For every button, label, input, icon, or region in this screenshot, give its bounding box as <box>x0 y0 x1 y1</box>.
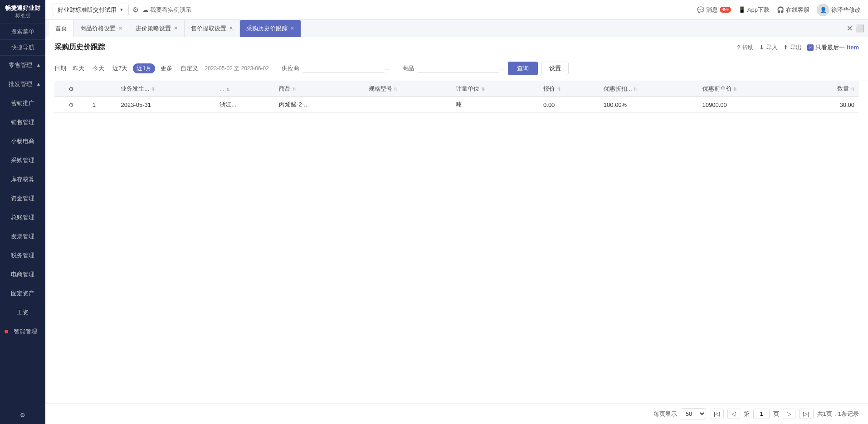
sidebar-item-sales[interactable]: 销售管理 <box>0 113 45 132</box>
tab-purchase-label: 采购历史价跟踪 <box>246 24 288 33</box>
sidebar-item-ecommerce-small[interactable]: 小畅电商 <box>0 132 45 151</box>
date-opt-today[interactable]: 今天 <box>90 63 107 73</box>
tab-price-label: 商品价格设置 <box>80 24 116 33</box>
page-number-input[interactable] <box>753 409 770 419</box>
export-button[interactable]: ⬆ 导出 <box>783 43 802 52</box>
col-unit[interactable]: 计量单位 ⇅ <box>451 81 539 97</box>
sidebar: 畅捷通好业财 标准版 搜索菜单 快捷导航 零售管理 ▲ 批发管理 ▲ 营销推广 … <box>0 0 45 424</box>
row-price: 0.00 <box>539 97 599 113</box>
date-filter-label: 日期 <box>54 64 66 72</box>
sidebar-quicknav[interactable]: 快捷导航 <box>0 40 45 56</box>
import-button[interactable]: ⬇ 导入 <box>759 43 778 52</box>
row-gear-icon[interactable]: ⚙ <box>68 101 74 108</box>
last-only-checkbox[interactable]: ✓ <box>807 44 814 51</box>
filter-settings-button[interactable]: 设置 <box>541 62 569 75</box>
page-label: 第 <box>744 410 750 418</box>
content-area: 采购历史价跟踪 ? 帮助 ⬇ 导入 ⬆ 导出 ✓ 只看最后一 item <box>45 37 868 424</box>
supplier-more-button[interactable]: ··· <box>385 65 390 72</box>
tab-price[interactable]: 商品价格设置 ✕ <box>74 20 129 37</box>
sidebar-item-retail[interactable]: 零售管理 ▲ <box>0 56 45 75</box>
date-opt-7days[interactable]: 近7天 <box>110 63 130 73</box>
version-label: 好业财标准版交付试用 <box>58 6 117 14</box>
data-table: ⚙ 业务发生... ⇅ ... ⇅ 商品 ⇅ <box>54 81 859 113</box>
demo-link[interactable]: ☁ 我要看实例演示 <box>142 6 191 14</box>
tab-expand-icon[interactable]: ⬜ <box>855 24 864 33</box>
query-button[interactable]: 查询 <box>508 62 538 75</box>
product-filter-label: 商品 <box>402 64 414 72</box>
sidebar-item-tax[interactable]: 税务管理 <box>0 246 45 265</box>
tab-purchase-history[interactable]: 采购历史价跟踪 ✕ <box>240 20 301 37</box>
header-left: 好业财标准版交付试用 ▼ ⚙ ☁ 我要看实例演示 <box>53 4 191 16</box>
filter-area: 日期 昨天 今天 近7天 近1月 更多 自定义 2023-05-02 至 202… <box>45 56 868 81</box>
col-unit-price[interactable]: 优惠前单价 ⇅ <box>698 81 799 97</box>
sidebar-item-payroll[interactable]: 工资 <box>0 303 45 322</box>
sidebar-settings-button[interactable]: ⚙ <box>0 406 45 424</box>
date-opt-yesterday[interactable]: 昨天 <box>70 63 87 73</box>
page-next-button[interactable]: ▷ <box>783 409 795 419</box>
import-label: 导入 <box>766 43 778 52</box>
product-more-button[interactable]: ··· <box>499 65 504 72</box>
tab-home[interactable]: 首页 <box>49 20 74 37</box>
filter-row: 日期 昨天 今天 近7天 近1月 更多 自定义 2023-05-02 至 202… <box>54 62 859 75</box>
sort-spec-icon: ⇅ <box>394 87 397 92</box>
date-opt-1month[interactable]: 近1月 <box>133 63 155 73</box>
row-index: 1 <box>88 97 117 113</box>
header-settings-icon[interactable]: ⚙ <box>132 5 139 14</box>
tab-import-close[interactable]: ✕ <box>174 25 178 31</box>
date-opt-more[interactable]: 更多 <box>158 63 175 73</box>
sidebar-item-accounting[interactable]: 总账管理 <box>0 208 45 227</box>
page-prev-button[interactable]: ◁ <box>727 409 740 419</box>
user-menu[interactable]: 👤 徐泽华修改 <box>817 4 861 16</box>
col-date[interactable]: 业务发生... ⇅ <box>116 81 215 97</box>
col-product[interactable]: 商品 ⇅ <box>274 81 364 97</box>
date-opt-custom[interactable]: 自定义 <box>178 63 201 73</box>
table-container: ⚙ 业务发生... ⇅ ... ⇅ 商品 ⇅ <box>45 81 868 403</box>
sidebar-search[interactable]: 搜索菜单 <box>0 24 45 40</box>
online-service-button[interactable]: 🎧 在线客服 <box>777 6 809 14</box>
supplier-input[interactable] <box>303 64 385 73</box>
tab-price-close[interactable]: ✕ <box>118 25 122 31</box>
row-extra: 浙江... <box>215 97 274 113</box>
sidebar-logo: 畅捷通好业财 标准版 <box>0 0 45 24</box>
demo-label: 我要看实例演示 <box>150 6 191 14</box>
col-discount[interactable]: 优惠折扣... ⇅ <box>599 81 698 97</box>
sidebar-item-invoice[interactable]: 发票管理 <box>0 227 45 246</box>
sort-date-icon: ⇅ <box>151 87 155 92</box>
tab-purchase-close[interactable]: ✕ <box>290 25 294 31</box>
tab-sale-strategy[interactable]: 售价提取设置 ✕ <box>185 20 240 37</box>
sidebar-item-smart[interactable]: 智能管理 <box>0 322 45 341</box>
tab-sale-close[interactable]: ✕ <box>229 25 233 31</box>
page-actions: ? 帮助 ⬇ 导入 ⬆ 导出 ✓ 只看最后一 item <box>737 43 859 52</box>
app-download-button[interactable]: 📱 App下载 <box>738 6 770 14</box>
last-only-checkbox-label[interactable]: ✓ 只看最后一 item <box>807 43 859 52</box>
product-input[interactable] <box>418 64 499 73</box>
col-extra[interactable]: ... ⇅ <box>215 81 274 97</box>
table-row: ⚙ 1 2023-05-31 浙江... 丙烯酸-2-... 吨 0.00 10… <box>54 97 859 113</box>
sidebar-item-ecommerce[interactable]: 电商管理 <box>0 265 45 284</box>
help-button[interactable]: ? 帮助 <box>737 43 754 52</box>
col-price[interactable]: 报价 ⇅ <box>539 81 599 97</box>
notifications-button[interactable]: 💬 消息 99+ <box>697 6 731 14</box>
supplier-filter-label: 供应商 <box>282 64 299 72</box>
row-unit: 吨 <box>451 97 539 113</box>
sidebar-item-inventory[interactable]: 库存核算 <box>0 170 45 189</box>
tab-close-icon[interactable]: ✕ <box>847 24 853 33</box>
logo-title: 畅捷通好业财 <box>4 5 42 12</box>
sidebar-item-wholesale[interactable]: 批发管理 ▲ <box>0 75 45 94</box>
page-first-button[interactable]: |◁ <box>710 409 724 419</box>
sidebar-item-assets[interactable]: 固定资产 <box>0 284 45 303</box>
notifications-label: 消息 <box>706 6 718 14</box>
help-label: 帮助 <box>742 43 754 52</box>
version-selector[interactable]: 好业财标准版交付试用 ▼ <box>53 4 129 16</box>
row-unit-price: 10900.00 <box>698 97 799 113</box>
tab-import-strategy[interactable]: 进价策略设置 ✕ <box>129 20 185 37</box>
col-quantity[interactable]: 数量 ⇅ <box>799 81 859 97</box>
sidebar-item-marketing[interactable]: 营销推广 <box>0 94 45 113</box>
per-page-select[interactable]: 50 20 100 200 <box>681 408 706 419</box>
sidebar-item-finance[interactable]: 资金管理 <box>0 189 45 208</box>
import-icon: ⬇ <box>759 44 764 51</box>
sidebar-item-purchase[interactable]: 采购管理 <box>0 151 45 170</box>
page-last-button[interactable]: ▷| <box>799 409 813 419</box>
col-spec[interactable]: 规格型号 ⇅ <box>364 81 452 97</box>
headset-icon: 🎧 <box>777 6 784 13</box>
